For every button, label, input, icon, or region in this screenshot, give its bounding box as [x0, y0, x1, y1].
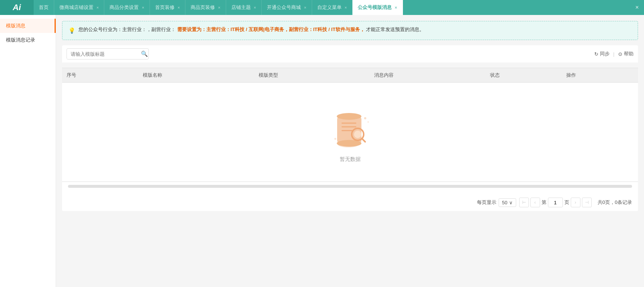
search-area: 🔍 — [67, 48, 149, 59]
svg-line-9 — [362, 138, 365, 142]
svg-point-10 — [364, 117, 366, 119]
horizontal-scrollbar[interactable] — [62, 181, 638, 194]
nav-tab-label: 开通公众号商城 — [267, 4, 301, 11]
svg-rect-1 — [337, 116, 361, 143]
nav-tab-label: 首页装修 — [155, 4, 175, 11]
help-button[interactable]: ⊙ 帮助 — [618, 51, 634, 57]
nav-tab-close-icon[interactable]: × — [395, 5, 397, 10]
table-col-name: 模版名称 — [138, 68, 254, 83]
nav-tab-label: 首页 — [39, 4, 49, 11]
svg-point-8 — [354, 131, 361, 138]
nav-tab-close-icon[interactable]: × — [142, 5, 144, 10]
nav-tab-label: 自定义菜单 — [317, 4, 342, 11]
nav-tab-close-icon[interactable]: × — [218, 5, 220, 10]
help-icon: ⊙ — [618, 51, 622, 57]
table-col-content: 消息内容 — [370, 68, 486, 83]
nav-tab-open-mall[interactable]: 开通公众号商城× — [262, 0, 312, 15]
prev-page-button[interactable]: ‹ — [530, 198, 540, 207]
toolbar-right: ↻ 同步 | ⊙ 帮助 — [594, 51, 634, 57]
nav-tab-close-icon[interactable]: × — [304, 5, 306, 10]
sidebar-item-template-msg[interactable]: 模版消息 — [0, 19, 56, 33]
nav-tab-template-msg[interactable]: 公众号模版消息× — [352, 0, 403, 15]
table-col-index: 序号 — [62, 68, 138, 83]
nav-tab-homepage-deco[interactable]: 首页装修× — [150, 0, 185, 15]
svg-point-11 — [367, 121, 369, 123]
table-wrapper: 序号模版名称模版类型消息内容状态操作 — [62, 68, 638, 211]
nav-tab-shop-theme[interactable]: 店铺主题× — [226, 0, 262, 15]
alert-icon: 💡 — [68, 26, 76, 35]
nav-tab-label: 店铺主题 — [231, 4, 251, 11]
last-page-button[interactable]: ⊣ — [582, 198, 592, 207]
sidebar-item-template-log[interactable]: 模版消息记录 — [0, 33, 56, 47]
empty-text: 暂无数据 — [340, 156, 361, 163]
nav-tab-product-deco[interactable]: 商品页装修× — [185, 0, 226, 15]
search-button[interactable]: 🔍 — [137, 49, 149, 59]
total-info: 共0页，0条记录 — [598, 199, 632, 206]
sync-icon: ↻ — [594, 51, 598, 57]
nav-tab-close-icon[interactable]: × — [345, 5, 347, 10]
scrollbar-track — [68, 185, 632, 188]
table-col-status: 状态 — [486, 68, 562, 83]
first-page-button[interactable]: ⊢ — [519, 198, 529, 207]
nav-tab-close-icon[interactable]: × — [96, 5, 99, 10]
nav-tab-label: 商品页装修 — [191, 4, 215, 11]
logo: Ai — [0, 0, 34, 15]
svg-point-12 — [334, 138, 336, 140]
nav-tab-label: 公众号模版消息 — [358, 4, 392, 11]
close-all-tabs-button[interactable]: × — [630, 0, 644, 15]
page-size-selector: 每页显示 50 ∨ — [477, 198, 516, 207]
sync-button[interactable]: ↻ 同步 — [594, 51, 610, 57]
industry-alert: 💡 您的公众号行业为：主营行业：，副营行业： 需要设置为：主营行业：IT科技 /… — [62, 21, 638, 40]
top-navigation: Ai 首页微商城店铺设置×商品分类设置×首页装修×商品页装修×店铺主题×开通公众… — [0, 0, 644, 15]
nav-tab-category[interactable]: 商品分类设置× — [104, 0, 150, 15]
page-navigation: ⊢ ‹ 第 页 › ⊣ — [519, 198, 592, 207]
chevron-down-icon: ∨ — [509, 200, 513, 205]
main-layout: 模版消息模版消息记录 💡 您的公众号行业为：主营行业：，副营行业： 需要设置为：… — [0, 15, 644, 287]
pagination-row: 每页显示 50 ∨ ⊢ ‹ 第 页 › ⊣ 共0页，0条记录 — [62, 194, 638, 211]
alert-text: 您的公众号行业为：主营行业：，副营行业： 需要设置为：主营行业：IT科技 / 互… — [78, 26, 424, 34]
nav-tab-close-icon[interactable]: × — [178, 5, 180, 10]
nav-tab-label: 商品分类设置 — [110, 4, 139, 11]
nav-tab-wechat-shop[interactable]: 微商城店铺设置× — [54, 0, 104, 15]
nav-tab-close-icon[interactable]: × — [254, 5, 256, 10]
table-col-action: 操作 — [562, 68, 638, 83]
content-area: 💡 您的公众号行业为：主营行业：，副营行业： 需要设置为：主营行业：IT科技 /… — [56, 15, 644, 287]
page-size-dropdown[interactable]: 50 ∨ — [499, 198, 516, 207]
nav-tab-label: 微商城店铺设置 — [59, 4, 93, 11]
nav-tab-home[interactable]: 首页 — [34, 0, 54, 15]
table-col-type: 模版类型 — [254, 68, 370, 83]
data-table: 序号模版名称模版类型消息内容状态操作 — [62, 68, 638, 83]
empty-state: 暂无数据 — [62, 83, 638, 181]
search-input[interactable] — [67, 49, 137, 59]
empty-illustration — [328, 105, 373, 150]
next-page-button[interactable]: › — [571, 198, 580, 207]
page-number-input[interactable] — [548, 198, 563, 207]
search-icon: 🔍 — [141, 51, 148, 57]
sidebar: 模版消息模版消息记录 — [0, 15, 56, 287]
svg-point-2 — [337, 113, 361, 120]
table-header: 序号模版名称模版类型消息内容状态操作 — [62, 68, 638, 83]
divider: | — [613, 51, 614, 57]
nav-tab-custom-menu[interactable]: 自定义菜单× — [312, 0, 352, 15]
toolbar-row: 🔍 ↻ 同步 | ⊙ 帮助 — [62, 45, 638, 62]
